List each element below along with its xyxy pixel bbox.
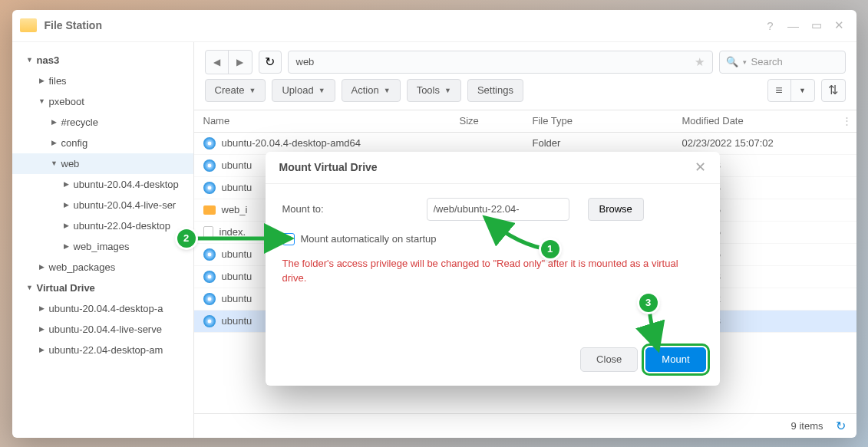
modal-title: Mount Virtual Drive: [279, 161, 378, 173]
file-name: ubuntu: [222, 248, 252, 260]
col-name[interactable]: Name: [194, 115, 451, 127]
sidebar-item[interactable]: ▶ubuntu-20.04.4-desktop-a: [12, 298, 193, 319]
sidebar-item[interactable]: ▶#recycle: [12, 112, 193, 133]
path-field[interactable]: web ★: [288, 51, 713, 74]
window-title: File Station: [45, 19, 102, 31]
mount-to-input[interactable]: [427, 198, 569, 221]
sidebar-item[interactable]: ▶ubuntu-20.04.4-desktop: [12, 174, 193, 195]
view-list-icon[interactable]: ≡: [768, 80, 791, 101]
forward-button[interactable]: ▶: [229, 51, 252, 74]
sidebar-item-label: web: [61, 158, 80, 169]
sidebar-item[interactable]: ▼pxeboot: [12, 91, 193, 112]
sidebar-item-label: config: [61, 137, 88, 149]
search-input[interactable]: 🔍 ▾ Search: [719, 51, 846, 74]
sidebar-item[interactable]: ▼web: [12, 153, 193, 174]
sidebar-item[interactable]: ▼Virtual Drive: [12, 278, 193, 298]
tools-button[interactable]: Tools▼: [407, 79, 461, 102]
file-modified: 02/23/2022 15:07:02: [673, 137, 838, 149]
chevron-right-icon: ▶: [63, 242, 71, 250]
sidebar-item[interactable]: ▶web_images: [12, 236, 193, 257]
close-button[interactable]: Close: [580, 347, 638, 372]
create-button[interactable]: Create▼: [205, 79, 266, 102]
mount-button[interactable]: Mount: [645, 347, 705, 372]
sidebar-item[interactable]: ▶config: [12, 133, 193, 153]
file-type: Folder: [523, 137, 673, 149]
disc-icon: [203, 159, 216, 172]
file-name: ubuntu: [222, 293, 252, 304]
nav-group: ◀ ▶: [205, 50, 252, 74]
sidebar-item-label: web_images: [74, 241, 130, 252]
col-more-icon[interactable]: ⋮: [838, 115, 856, 127]
sort-button[interactable]: ⇅: [821, 79, 846, 102]
item-count: 9 items: [791, 420, 823, 432]
sidebar-root-label: nas3: [37, 54, 60, 66]
sidebar-item[interactable]: ▶ubuntu-22.04-desktop: [12, 215, 193, 236]
chevron-down-icon: ▼: [26, 56, 34, 64]
disc-icon: [203, 248, 216, 261]
maximize-icon[interactable]: ▭: [807, 18, 826, 32]
file-name: ubuntu: [222, 271, 252, 282]
reload-button[interactable]: ↻: [259, 51, 282, 74]
col-size[interactable]: Size: [451, 115, 523, 127]
sidebar-item[interactable]: ▶web_packages: [12, 257, 193, 278]
sidebar-item[interactable]: ▶files: [12, 71, 193, 91]
col-type[interactable]: File Type: [523, 115, 673, 127]
col-modified[interactable]: Modified Date: [673, 115, 838, 127]
sidebar-item-label: pxeboot: [49, 96, 84, 107]
view-dropdown-icon[interactable]: ▼: [791, 80, 814, 101]
chevron-right-icon: ▶: [63, 222, 71, 229]
chevron-down-icon: ▼: [38, 97, 46, 105]
file-icon: [203, 226, 213, 238]
sidebar-item[interactable]: ▶ubuntu-20.04.4-live-ser: [12, 195, 193, 215]
auto-mount-checkbox[interactable]: ✓: [282, 233, 295, 245]
sidebar-item-label: ubuntu-22.04-desktop-am: [49, 344, 163, 356]
table-header: Name Size File Type Modified Date ⋮: [194, 110, 856, 133]
chevron-right-icon: ▶: [38, 325, 46, 333]
file-name: ubuntu: [222, 159, 252, 171]
disc-icon: [203, 182, 216, 194]
action-button[interactable]: Action▼: [342, 79, 401, 102]
modal-close-icon[interactable]: ✕: [695, 159, 706, 176]
chevron-down-icon: ▼: [26, 284, 34, 291]
sidebar-item[interactable]: ▶ubuntu-20.04.4-live-serve: [12, 319, 193, 340]
file-name: index.: [219, 226, 246, 238]
sidebar-item-label: ubuntu-22.04-desktop: [74, 220, 170, 232]
search-placeholder: Search: [751, 56, 783, 67]
search-icon: 🔍: [726, 56, 738, 67]
chevron-right-icon: ▶: [51, 139, 58, 146]
back-button[interactable]: ◀: [206, 51, 229, 74]
browse-button[interactable]: Browse: [588, 198, 644, 221]
file-name: ubuntu-20.04.4-desktop-amd64: [222, 137, 361, 149]
folder-icon: [203, 205, 216, 215]
action-toolbar: Create▼ Upload▼ Action▼ Tools▼ Settings …: [194, 79, 856, 110]
help-icon[interactable]: ?: [761, 19, 780, 32]
sidebar-tree: ▶files▼pxeboot▶#recycle▶config▼web▶ubunt…: [12, 71, 193, 360]
file-name: web_i: [222, 204, 248, 215]
disc-icon: [203, 271, 216, 283]
sidebar-item-label: ubuntu-20.04.4-desktop: [74, 179, 179, 190]
sidebar-item-label: web_packages: [49, 261, 116, 273]
chevron-right-icon: ▶: [63, 201, 71, 209]
titlebar: File Station ? — ▭ ✕: [12, 10, 856, 42]
modal-header: Mount Virtual Drive ✕: [266, 152, 720, 184]
status-bar: 9 items ↻: [194, 413, 856, 438]
chevron-down-icon: ▼: [51, 159, 58, 167]
star-icon[interactable]: ★: [695, 55, 705, 69]
minimize-icon[interactable]: —: [784, 19, 803, 32]
upload-button[interactable]: Upload▼: [272, 79, 335, 102]
settings-button[interactable]: Settings: [467, 79, 523, 102]
chevron-right-icon: ▶: [63, 180, 71, 188]
chevron-right-icon: ▶: [51, 118, 58, 126]
disc-icon: [203, 315, 216, 327]
sidebar-item-label: ubuntu-20.04.4-live-ser: [74, 199, 177, 211]
mount-modal: Mount Virtual Drive ✕ Mount to: Browse ✓…: [266, 152, 720, 386]
sidebar-item-label: Virtual Drive: [37, 282, 95, 294]
path-text: web: [296, 56, 315, 67]
file-name: ubuntu: [222, 315, 252, 327]
nav-toolbar: ◀ ▶ ↻ web ★ 🔍 ▾ Search: [194, 42, 856, 79]
sidebar-item[interactable]: ▶ubuntu-22.04-desktop-am: [12, 340, 193, 360]
sidebar-root[interactable]: ▼ nas3: [12, 50, 193, 71]
close-icon[interactable]: ✕: [830, 18, 849, 32]
status-reload-icon[interactable]: ↻: [836, 419, 846, 433]
search-caret: ▾: [743, 58, 747, 66]
